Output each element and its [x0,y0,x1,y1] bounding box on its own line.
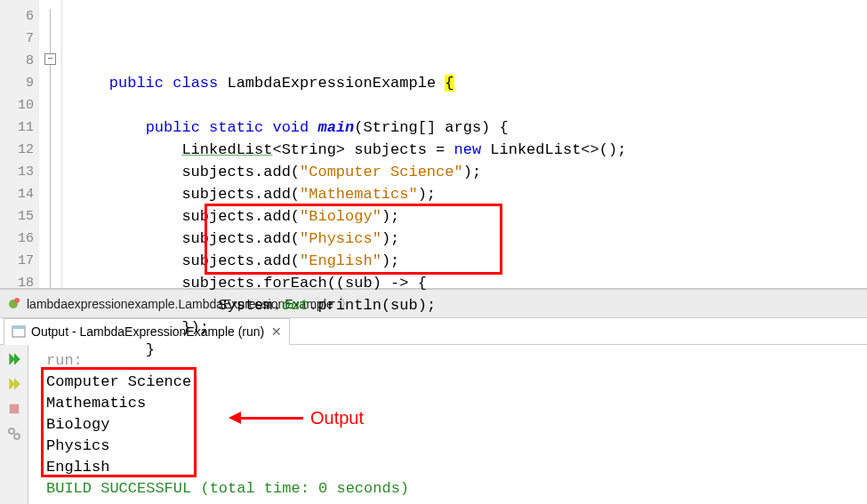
code-line[interactable] [73,94,867,116]
line-number: 14 [0,183,34,205]
line-number: 9 [0,72,34,94]
output-toolbar [0,345,28,504]
code-line[interactable]: public static void main(String[] args) { [73,116,867,139]
line-number: 6 [0,5,34,28]
code-area[interactable]: public class LambdaExpressionExample { p… [62,0,867,288]
output-panel: Output run:Computer ScienceMathematicsBi… [0,345,867,504]
svg-point-1 [14,298,20,303]
output-window-icon [12,324,26,339]
code-editor[interactable]: 6789101112131415161718 − public class La… [0,0,867,289]
code-line[interactable]: LinkedList<String> subjects = new Linked… [73,139,867,161]
line-number: 18 [0,272,34,294]
code-line[interactable]: public class LambdaExpressionExample { [73,72,867,94]
code-line[interactable]: subjects.forEach((sub) -> { [73,272,867,294]
svg-point-5 [9,428,14,434]
line-number: 13 [0,161,34,183]
console-line: Computer Science [46,372,867,393]
line-number: 12 [0,139,34,161]
fold-column: − [39,0,62,288]
settings-icon[interactable] [5,425,23,443]
svg-point-6 [14,434,20,439]
svg-rect-4 [9,404,19,414]
code-line[interactable]: }); [73,316,867,339]
svg-rect-3 [12,326,25,329]
console-output[interactable]: Output run:Computer ScienceMathematicsBi… [28,345,867,504]
code-line[interactable]: subjects.add("Mathematics"); [73,183,867,205]
console-line: Biology [46,414,867,436]
code-line[interactable]: subjects.add("English"); [73,250,867,272]
rerun-icon[interactable] [5,350,23,368]
rerun-alt-icon[interactable] [5,375,23,393]
console-line: Physics [46,436,867,457]
class-icon [5,296,21,312]
console-line: Mathematics [46,393,867,414]
console-line: English [46,457,867,478]
line-number: 11 [0,116,34,139]
console-build-success: BUILD SUCCESSFUL (total time: 0 seconds) [46,478,867,500]
line-number: 8 [0,50,34,72]
code-line[interactable]: System.out.println(sub); [73,294,867,316]
line-number: 16 [0,228,34,250]
line-number: 17 [0,250,34,272]
line-number: 7 [0,28,34,50]
code-line[interactable]: subjects.add("Computer Science"); [73,161,867,183]
code-line[interactable]: subjects.add("Biology"); [73,205,867,228]
line-number-gutter: 6789101112131415161718 [0,0,39,288]
line-number: 15 [0,205,34,228]
stop-icon[interactable] [5,400,23,418]
code-line[interactable]: subjects.add("Physics"); [73,228,867,250]
fold-toggle[interactable]: − [44,53,56,65]
console-run-label: run: [46,350,867,372]
line-number: 10 [0,94,34,116]
